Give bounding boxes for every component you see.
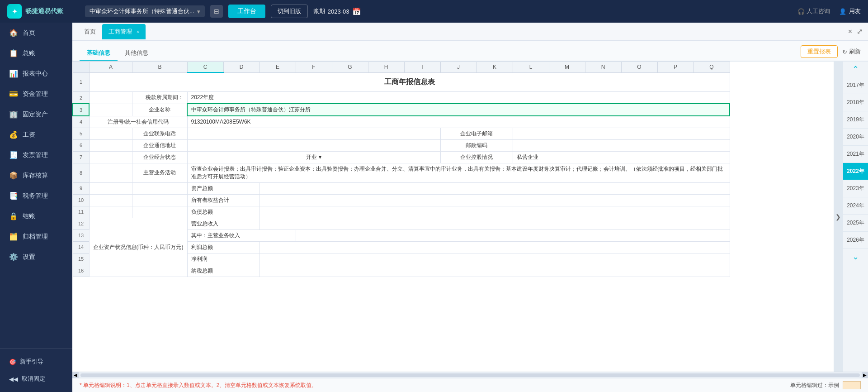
cell-12-revenue-value[interactable]	[259, 218, 730, 229]
scroll-left-arrow[interactable]: ◀	[72, 372, 79, 378]
window-expand-button[interactable]: ⤢	[857, 27, 863, 36]
workbench-button[interactable]: 工作台	[228, 5, 265, 18]
row-num-7: 7	[73, 151, 89, 163]
cell-7-status[interactable]: 开业 ▾	[187, 151, 440, 163]
sidebar-item-invoice[interactable]: 🧾 发票管理	[0, 145, 72, 165]
cell-9-asset-label: 资产总额	[187, 182, 259, 194]
row-num-2: 2	[73, 92, 89, 104]
cell-7-control-value[interactable]: 私营企业	[513, 151, 730, 163]
sidebar-item-finance[interactable]: 💳 资金管理	[0, 84, 72, 104]
year-item-2023[interactable]: 2023年	[843, 180, 868, 197]
toolbar-right: 重置报表 ↻ 刷新	[801, 45, 861, 61]
spreadsheet-wrapper[interactable]: A B C D E F G H I J	[72, 62, 834, 372]
cell-8a	[89, 163, 132, 182]
main-layout: 🏠 首页 📋 总账 📊 报表中心 💳 资金管理 🏢 固定资产 💰 工资 🧾 发票…	[0, 23, 868, 392]
scroll-right-arrow[interactable]: ▶	[862, 372, 868, 378]
sidebar-item-home[interactable]: 🏠 首页	[0, 23, 72, 43]
window-controls: × ⤢	[848, 27, 863, 36]
tab-home[interactable]: 首页	[78, 24, 102, 39]
cell-8-business[interactable]: 审查企业会计报表；出具审计报告；验证企业资本；出具验资报告；办理企业合并、分立、…	[187, 163, 730, 182]
reset-report-button[interactable]: 重置报表	[801, 45, 838, 58]
scroll-track[interactable]	[80, 373, 860, 377]
year-item-2017[interactable]: 2017年	[843, 77, 868, 94]
bottom-right: 单元格编辑过：示例	[790, 381, 861, 389]
year-item-2020[interactable]: 2020年	[843, 129, 868, 146]
cell-5-phone[interactable]	[187, 128, 440, 139]
calendar-icon[interactable]: 📅	[352, 7, 361, 16]
row-num-12: 12	[73, 218, 89, 229]
tab-close-icon[interactable]: ×	[137, 29, 139, 34]
refresh-button[interactable]: ↻ 刷新	[842, 48, 861, 56]
cell-5-email[interactable]	[513, 128, 730, 139]
sidebar-item-assets[interactable]: 🏢 固定资产	[0, 104, 72, 124]
sidebar-item-settings[interactable]: ⚙️ 设置	[0, 247, 72, 267]
cell-2c[interactable]: 2022年度	[187, 92, 730, 104]
year-item-2019[interactable]: 2019年	[843, 111, 868, 129]
cell-2a	[89, 92, 132, 104]
logo-icon: ✦	[7, 4, 22, 19]
cell-10-equity-value[interactable]	[259, 194, 730, 206]
cell-6-address[interactable]	[187, 139, 440, 151]
tab-ic-management[interactable]: 工商管理 ×	[102, 24, 146, 39]
support-button[interactable]: 🎧 人工咨询	[797, 7, 830, 15]
row-num-6: 6	[73, 139, 89, 151]
cell-14-profit-value[interactable]	[259, 241, 730, 253]
table-row: 3 企业名称 中审众环会计师事务所（特殊普通合伙）江苏分所	[73, 104, 730, 116]
year-item-2024[interactable]: 2024年	[843, 197, 868, 215]
window-close-button[interactable]: ×	[848, 28, 852, 36]
table-row: 12 企业资产状况信息(币种：人民币万元) 营业总收入	[73, 218, 730, 229]
tab-ic-label: 工商管理	[108, 28, 132, 35]
year-item-2018[interactable]: 2018年	[843, 94, 868, 111]
sidebar-item-tax[interactable]: 📑 税务管理	[0, 186, 72, 206]
cell-3a	[89, 104, 132, 116]
right-panel: ❯ ⌃ 2017年 2018年 2019年 2020年 2021年 2022年	[834, 62, 868, 372]
sidebar-bottom: 🎯 新手引导 ◀◀ 取消固定	[0, 348, 72, 392]
year-item-2022[interactable]: 2022年	[843, 163, 868, 180]
switch-version-button[interactable]: 切到旧版	[271, 5, 308, 18]
cell-16-tax-value[interactable]	[259, 265, 730, 277]
horizontal-scrollbar[interactable]: ◀ ▶	[72, 372, 868, 378]
cell-5b-label: 企业联系电话	[132, 128, 187, 139]
user-area[interactable]: 👤 用友	[839, 7, 861, 15]
sidebar-item-archive[interactable]: 🗂️ 归档管理	[0, 226, 72, 247]
cell-7b-label: 企业经营状态	[132, 151, 187, 163]
copy-icon[interactable]: ⊟	[210, 5, 223, 18]
row-num-8: 8	[73, 163, 89, 182]
cell-15-netprofit-value[interactable]	[259, 253, 730, 265]
home-icon: 🏠	[9, 29, 18, 37]
bottom-note: * 单元格编辑说明：1、点击单元格直接录入数值或文本。2、清空单元格数值或文本恢…	[80, 382, 317, 389]
cell-13-mainrev-value[interactable]	[296, 229, 730, 241]
sidebar-item-inventory[interactable]: 📦 库存核算	[0, 165, 72, 186]
sidebar-item-salary[interactable]: 💰 工资	[0, 124, 72, 145]
year-item-2021[interactable]: 2021年	[843, 146, 868, 163]
sub-tab-basic[interactable]: 基础信息	[80, 46, 118, 61]
year-up-arrow[interactable]: ⌃	[843, 62, 868, 77]
cell-13-mainrev-label: 其中：主营业务收入	[187, 229, 296, 241]
sidebar-item-unpin[interactable]: ◀◀ 取消固定	[0, 370, 72, 387]
cell-8b-label: 主营业务活动	[132, 163, 187, 182]
cell-11-liab-value[interactable]	[259, 206, 730, 218]
year-item-2026[interactable]: 2026年	[843, 232, 868, 249]
year-panel-collapse[interactable]: ❯	[834, 62, 843, 372]
year-up-icon[interactable]: ⌃	[852, 64, 859, 74]
sidebar-item-ledger[interactable]: 📋 总账	[0, 43, 72, 63]
cell-3c-company[interactable]: 中审众环会计师事务所（特殊普通合伙）江苏分所	[187, 104, 730, 116]
company-selector[interactable]: 中审众环会计师事务所（特殊普通合伙... ▾	[85, 5, 205, 17]
col-header-rownum	[73, 62, 89, 73]
col-header-g: G	[332, 62, 368, 73]
cell-12-revenue-label: 营业总收入	[187, 218, 259, 229]
year-down-icon[interactable]: ⌄	[852, 252, 859, 262]
sidebar-item-newbie[interactable]: 🎯 新手引导	[0, 353, 72, 370]
cell-4-value[interactable]: 91320100MA208E5W6K	[187, 116, 730, 128]
sidebar-item-reports[interactable]: 📊 报表中心	[0, 63, 72, 84]
unpin-icon: ◀◀	[9, 376, 18, 382]
sub-content: 基础信息 其他信息 重置报表 ↻ 刷新	[72, 41, 868, 392]
sidebar-label-home: 首页	[23, 29, 35, 37]
year-item-2025[interactable]: 2025年	[843, 215, 868, 232]
cell-6-postal[interactable]	[513, 139, 730, 151]
year-down-arrow[interactable]: ⌄	[843, 249, 868, 264]
cell-9-asset-value[interactable]	[259, 182, 730, 194]
sub-tab-other[interactable]: 其他信息	[118, 46, 156, 61]
sidebar-item-closing[interactable]: 🔒 结账	[0, 206, 72, 226]
row-num-5: 5	[73, 128, 89, 139]
